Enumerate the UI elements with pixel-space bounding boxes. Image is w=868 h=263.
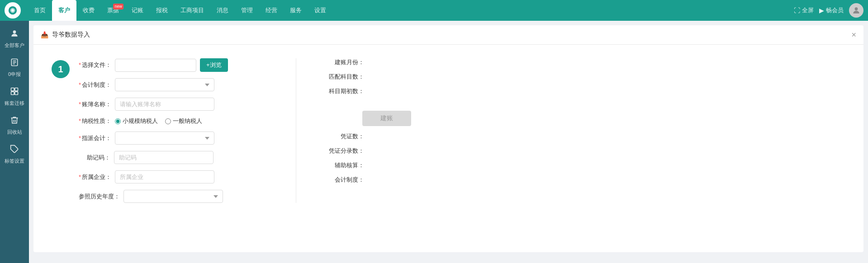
file-input[interactable] xyxy=(115,59,196,72)
svg-rect-11 xyxy=(15,92,18,95)
ledger-label: *账簿名称： xyxy=(79,100,111,108)
init-row: 科目期初数： xyxy=(323,87,450,95)
accounting-system-label: 会计制度： xyxy=(323,176,364,184)
nav-item-management[interactable]: 管理 xyxy=(235,0,259,21)
ledger-input[interactable] xyxy=(115,98,214,111)
nav-item-settings[interactable]: 设置 xyxy=(308,0,332,21)
voucher-records-label: 凭证分录数： xyxy=(323,147,364,155)
nav-right-area: ⛶ 全屏 ▶ 畅会员 xyxy=(794,3,863,18)
accountant-row: *指派会计： xyxy=(79,132,269,145)
svg-rect-9 xyxy=(15,88,18,91)
tax-row: *纳税性质： 小规模纳税人 一般纳税人 xyxy=(79,117,269,125)
init-label: 科目期初数： xyxy=(323,87,364,95)
voucher-label: 凭证数： xyxy=(323,132,364,141)
nav-item-bookkeeping[interactable]: 记账 xyxy=(125,0,150,21)
company-row: *所属企业： xyxy=(79,170,269,183)
history-label: 参照历史年度： xyxy=(79,193,120,201)
sidebar-item-trash-label: 回收站 xyxy=(7,129,22,136)
voucher-row: 凭证数： xyxy=(323,132,450,141)
ledger-row: *账簿名称： xyxy=(79,98,269,111)
nav-item-operations[interactable]: 经营 xyxy=(259,0,284,21)
history-select[interactable] xyxy=(123,190,223,203)
all-clients-icon xyxy=(10,29,19,40)
sidebar-item-trash[interactable]: 回收站 xyxy=(0,112,29,139)
sidebar-item-migration-label: 账套迁移 xyxy=(5,100,24,107)
sidebar-item-tags[interactable]: 标签设置 xyxy=(0,141,29,168)
tax-general-radio[interactable] xyxy=(165,118,171,124)
browse-button[interactable]: +浏览 xyxy=(200,58,228,72)
accounting-system-row: 会计制度： xyxy=(323,176,450,184)
sidebar-item-all-clients[interactable]: 全部客户 xyxy=(0,25,29,52)
tax-small-radio[interactable] xyxy=(115,118,121,124)
sidebar-item-migration[interactable]: 账套迁移 xyxy=(0,83,29,110)
voucher-records-row: 凭证分录数： xyxy=(323,147,450,155)
nav-item-home[interactable]: 首页 xyxy=(28,0,52,21)
sidebar: 全部客户 0申报 账套迁移 xyxy=(0,21,29,263)
accounting-select[interactable] xyxy=(115,78,214,91)
tax-radio-group: 小规模纳税人 一般纳税人 xyxy=(115,117,202,125)
sidebar-item-tags-label: 标签设置 xyxy=(5,158,24,164)
nav-item-services[interactable]: 服务 xyxy=(284,0,308,21)
nav-item-messages[interactable]: 消息 xyxy=(210,0,235,21)
accountant-label: *指派会计： xyxy=(79,134,111,142)
new-badge: new xyxy=(113,4,123,9)
company-label: *所属企业： xyxy=(79,173,111,181)
step-badge: 1 xyxy=(52,60,70,78)
svg-rect-8 xyxy=(11,88,14,91)
fullscreen-btn[interactable]: ⛶ 全屏 xyxy=(794,6,814,14)
trash-icon xyxy=(10,116,19,127)
accountant-select[interactable] xyxy=(115,132,214,145)
declaration-icon xyxy=(10,58,19,69)
sidebar-item-all-clients-label: 全部客户 xyxy=(5,42,24,49)
nav-item-clients[interactable]: 客户 xyxy=(52,0,76,21)
tax-label: *纳税性质： xyxy=(79,117,111,125)
sidebar-item-declaration-label: 0申报 xyxy=(8,71,21,78)
svg-point-3 xyxy=(13,30,16,33)
memo-label: 助记码： xyxy=(79,154,110,162)
svg-point-2 xyxy=(855,7,858,10)
nav-item-tax[interactable]: 报税 xyxy=(150,0,174,21)
nav-item-fees[interactable]: 收费 xyxy=(76,0,101,21)
file-label: *选择文件： xyxy=(79,61,111,69)
form-area: 1 *选择文件： +浏览 xyxy=(33,45,863,212)
main-content: 📥 导爷数据导入 × 1 *选择文件： xyxy=(29,21,868,263)
aux-label: 辅助核算： xyxy=(323,161,364,169)
page-title-icon: 📥 xyxy=(41,31,48,38)
logo[interactable] xyxy=(5,2,21,19)
page-title: 导爷数据导入 xyxy=(52,31,90,39)
aux-row: 辅助核算： xyxy=(323,161,450,169)
month-row: 建账月份： xyxy=(323,58,450,66)
accounting-label: *会计制度： xyxy=(79,81,111,89)
close-button[interactable]: × xyxy=(851,31,856,39)
app-layout: 全部客户 0申报 账套迁移 xyxy=(0,21,868,263)
match-row: 匹配科目数： xyxy=(323,73,450,81)
company-input[interactable] xyxy=(115,170,214,183)
svg-point-1 xyxy=(11,9,14,12)
memo-input[interactable] xyxy=(114,151,213,164)
month-label: 建账月份： xyxy=(323,58,364,66)
build-btn-area: 建账 xyxy=(323,111,450,126)
form-left-panel: 1 *选择文件： +浏览 xyxy=(52,58,269,203)
build-button[interactable]: 建账 xyxy=(362,111,411,126)
vip-btn[interactable]: ▶ 畅会员 xyxy=(819,6,844,14)
accounting-row: *会计制度： xyxy=(79,78,269,91)
history-row: 参照历史年度： xyxy=(79,190,269,203)
migration-icon xyxy=(10,87,19,98)
page-header: 📥 导爷数据导入 × xyxy=(33,25,863,45)
form-right-panel: 建账月份： 匹配科目数： 科目期初数： 建账 xyxy=(323,58,450,203)
nav-item-invoices[interactable]: 票据 new xyxy=(101,0,125,21)
match-label: 匹配科目数： xyxy=(323,73,364,81)
form-fields: *选择文件： +浏览 *会计制度： xyxy=(79,58,269,203)
tax-general-label[interactable]: 一般纳税人 xyxy=(165,117,202,125)
tax-small-label[interactable]: 小规模纳税人 xyxy=(115,117,158,125)
vertical-divider xyxy=(296,58,296,203)
memo-row: 助记码： xyxy=(79,151,269,164)
file-row: *选择文件： +浏览 xyxy=(79,58,269,72)
svg-rect-10 xyxy=(11,92,14,95)
sidebar-item-declaration[interactable]: 0申报 xyxy=(0,54,29,81)
nav-item-business[interactable]: 工商项目 xyxy=(174,0,210,21)
nav-menu: 首页 客户 收费 票据 new 记账 报税 工商项目 消息 管理 经营 服务 设… xyxy=(28,0,794,21)
user-avatar[interactable] xyxy=(849,3,863,18)
top-navigation: 首页 客户 收费 票据 new 记账 报税 工商项目 消息 管理 经营 服务 设… xyxy=(0,0,868,21)
page-container: 📥 导爷数据导入 × 1 *选择文件： xyxy=(33,25,863,252)
